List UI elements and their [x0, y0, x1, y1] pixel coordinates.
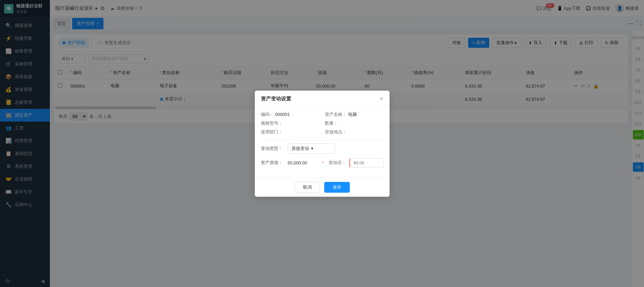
- dialog-body: 编码： 000001 资产名称： 电脑 规格型号： 数量： 使用部门：: [255, 106, 390, 178]
- dialog-name-value: 电脑: [348, 111, 357, 118]
- change-type-select[interactable]: 原值变动 ▾: [288, 144, 335, 154]
- after-change-input[interactable]: [349, 158, 384, 167]
- change-type-value: 原值变动: [292, 146, 309, 152]
- cancel-button[interactable]: 取消: [295, 182, 320, 193]
- asset-change-dialog: 资产变动设置 × 编码： 000001 资产名称： 电脑 规格型号： 数量：: [255, 91, 390, 197]
- dialog-code-value: 000001: [275, 112, 290, 117]
- dialog-spec-row: 规格型号：: [261, 120, 319, 126]
- dialog-spec-label: 规格型号：: [261, 120, 283, 126]
- dialog-location-label: 存放地点：: [325, 129, 347, 135]
- dialog-overlay[interactable]: 资产变动设置 × 编码： 000001 资产名称： 电脑 规格型号： 数量：: [0, 0, 644, 287]
- dialog-footer: 取消 保存: [255, 178, 390, 197]
- dialog-original-value-field: 资产原值： 50,000.00 * 变动后：: [261, 158, 384, 167]
- dialog-name-label: 资产名称：: [325, 111, 347, 118]
- required-star: *: [322, 160, 324, 165]
- dialog-info-grid: 编码： 000001 资产名称： 电脑 规格型号： 数量： 使用部门：: [261, 111, 384, 135]
- dialog-header: 资产变动设置 ×: [255, 91, 390, 106]
- save-button[interactable]: 保存: [324, 182, 350, 193]
- dialog-name-row: 资产名称： 电脑: [325, 111, 384, 118]
- dialog-original-value: 50,000.00: [288, 160, 315, 165]
- dialog-title: 资产变动设置: [261, 96, 291, 102]
- dialog-original-value-label: 资产原值：: [261, 160, 284, 166]
- dialog-change-type-label: 变动类型：: [261, 146, 284, 152]
- dialog-change-type-field: 变动类型： 原值变动 ▾: [261, 144, 384, 154]
- after-change-label: 变动后：: [329, 160, 346, 166]
- dialog-quantity-row: 数量：: [325, 120, 384, 126]
- dialog-quantity-label: 数量：: [325, 120, 338, 126]
- dialog-location-row: 存放地点：: [325, 129, 384, 135]
- dialog-code-label: 编码：: [261, 111, 274, 118]
- dialog-divider: [261, 140, 384, 140]
- chevron-down-icon: ▾: [311, 146, 313, 151]
- dialog-close-btn[interactable]: ×: [380, 95, 384, 102]
- dialog-code-row: 编码： 000001: [261, 111, 319, 118]
- dialog-dept-label: 使用部门：: [261, 129, 283, 135]
- dialog-dept-row: 使用部门：: [261, 129, 319, 135]
